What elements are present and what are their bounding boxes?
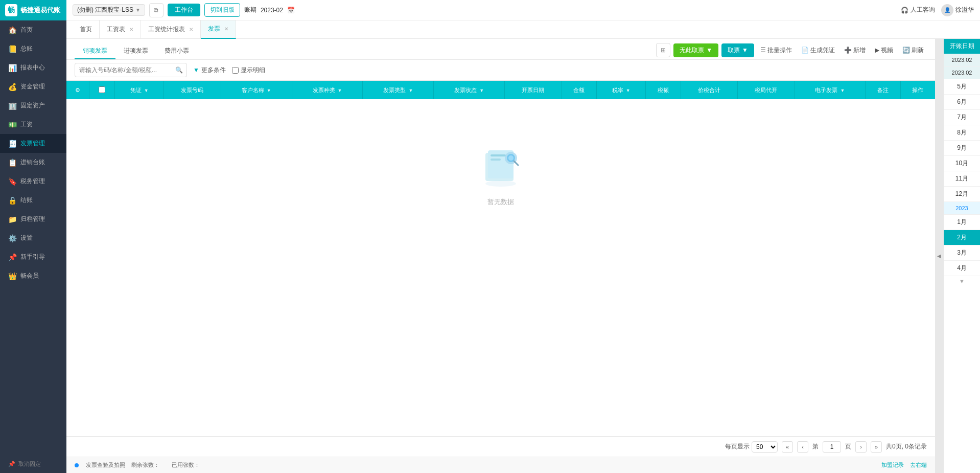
th-customer[interactable]: 客户名称 ▼ <box>221 81 292 99</box>
th-e_invoice[interactable]: 电子发票 ▼ <box>795 81 866 99</box>
sidebar-bottom-btn[interactable]: 📌 取消固定 <box>0 455 66 473</box>
th-checkbox <box>89 81 115 99</box>
date-entry-10[interactable]: 2月 <box>944 230 980 245</box>
period-calendar-icon[interactable]: 📅 <box>287 7 295 14</box>
th-tax_rate[interactable]: 税率 ▼ <box>597 81 646 99</box>
sub-tab-expense[interactable]: 费用小票 <box>156 43 197 59</box>
join-link[interactable]: 加盟记录 <box>881 461 904 469</box>
page-input[interactable] <box>823 441 841 453</box>
th-voucher[interactable]: 凭证 ▼ <box>115 81 164 99</box>
sidebar-item-close[interactable]: 🔒 结账 <box>0 191 66 210</box>
date-entry-7[interactable]: 12月 <box>944 187 980 202</box>
first-page-btn[interactable]: « <box>782 441 793 453</box>
show-detail-check[interactable] <box>232 67 239 74</box>
sidebar-item-home[interactable]: 🏠 首页 <box>0 20 66 39</box>
new-btn[interactable]: ➕ 新增 <box>841 44 869 57</box>
tab-home[interactable]: 首页 <box>73 20 100 39</box>
date-panel-expand[interactable]: ◀ <box>935 39 943 473</box>
sub-tab-expense-label: 费用小票 <box>165 47 189 54</box>
service-btn[interactable]: 🎧 人工客询 <box>901 6 935 14</box>
go-right-link[interactable]: 去右端 <box>910 461 927 469</box>
last-page-btn[interactable]: » <box>871 441 882 453</box>
tab-close-salary[interactable]: ✕ <box>129 27 133 32</box>
date-entry-11[interactable]: 3月 <box>944 245 980 261</box>
refresh-btn[interactable]: 🔄 刷新 <box>899 44 927 57</box>
sidebar-item-tax[interactable]: 🔖 税务管理 <box>0 172 66 191</box>
date-entry-6[interactable]: 11月 <box>944 171 980 187</box>
date-entry-5[interactable]: 10月 <box>944 156 980 171</box>
empty-state: 暂无数据 <box>66 99 935 247</box>
company-name: (勿删) 江西股宝-LSS <box>77 6 133 14</box>
tab-salary-report[interactable]: 工资统计报表✕ <box>141 20 201 39</box>
sub-tab-sales[interactable]: 销项发票 <box>75 43 115 59</box>
empty-icon <box>475 140 526 191</box>
sidebar-item-invoice[interactable]: 🧾 发票管理 <box>0 134 66 153</box>
gen-voucher-btn[interactable]: 📄 生成凭证 <box>798 44 838 57</box>
app-name: 畅捷通易代账 <box>20 6 60 15</box>
select-all-check[interactable] <box>99 86 105 93</box>
reports-icon: 📊 <box>8 64 16 72</box>
copy-icon-btn[interactable]: ⧉ <box>149 3 164 17</box>
period-label: 账期 <box>244 6 256 14</box>
sidebar-item-reports[interactable]: 📊 报表中心 <box>0 58 66 77</box>
sidebar-item-guide[interactable]: 📌 新手引导 <box>0 247 66 266</box>
th-invoice_status[interactable]: 发票状态 ▼ <box>434 81 505 99</box>
sidebar-label-assets: 固定资产 <box>20 101 45 110</box>
unpin-label: 取消固定 <box>18 460 41 468</box>
work-btn[interactable]: 工作台 <box>168 4 200 16</box>
date-entry-0[interactable]: 5月 <box>944 79 980 95</box>
sub-tab-purchase[interactable]: 进项发票 <box>115 43 156 59</box>
page-size-select[interactable]: 50 10 20 100 <box>752 441 778 453</box>
th-invoice_type[interactable]: 发票种类 ▼ <box>292 81 363 99</box>
no-invoice-btn[interactable]: 无此取票 ▼ <box>673 43 718 57</box>
grid-icon-btn[interactable]: ⊞ <box>656 43 670 57</box>
date-scroll-down[interactable]: ▼ <box>944 276 980 286</box>
tab-salary[interactable]: 工资表✕ <box>100 20 141 39</box>
th-invoice_category[interactable]: 发票类型 ▼ <box>363 81 434 99</box>
sidebar-item-funds[interactable]: 💰 资金管理 <box>0 77 66 96</box>
date-entry-8[interactable]: 2023 <box>944 202 980 215</box>
next-page-btn[interactable]: › <box>855 441 867 453</box>
take-ticket-btn[interactable]: 取票 ▼ <box>721 43 754 57</box>
tab-close-salary-report[interactable]: ✕ <box>189 27 193 32</box>
batch-ops-btn[interactable]: ☰ 批量操作 <box>757 44 795 57</box>
th-settings: ⚙ <box>66 81 89 99</box>
company-selector[interactable]: (勿删) 江西股宝-LSS ▼ <box>73 4 145 16</box>
sidebar-label-settings: 设置 <box>20 234 33 242</box>
date-entry-9[interactable]: 1月 <box>944 215 980 230</box>
sidebar-item-settings[interactable]: ⚙️ 设置 <box>0 229 66 247</box>
sidebar-item-assets[interactable]: 🏢 固定资产 <box>0 96 66 115</box>
prev-page-btn[interactable]: ‹ <box>797 441 808 453</box>
tab-label-salary-report: 工资统计报表 <box>148 25 185 34</box>
date-entry-2[interactable]: 7月 <box>944 110 980 125</box>
total-text: 共0页, 0条记录 <box>886 442 927 451</box>
date-entry-1[interactable]: 6月 <box>944 95 980 110</box>
bottom-bar: 发票查验及拍照 剩余张数： 已用张数： 加盟记录 去右端 <box>66 457 935 473</box>
sidebar-item-sales[interactable]: 📋 进销台账 <box>0 153 66 172</box>
sidebar-item-archive[interactable]: 📁 归档管理 <box>0 210 66 229</box>
page-end-label: 页 <box>845 442 851 451</box>
sidebar-label-sales: 进销台账 <box>20 158 45 167</box>
date-panel-header[interactable]: 开账日期 <box>944 39 980 54</box>
date-entry-4[interactable]: 9月 <box>944 141 980 156</box>
date-entry-3[interactable]: 8月 <box>944 125 980 141</box>
tab-close-invoice[interactable]: ✕ <box>224 26 228 32</box>
old-ver-btn[interactable]: 切到旧版 <box>204 3 240 17</box>
user-info[interactable]: 👤 徐溢华 <box>941 4 974 16</box>
video-icon: ▶ <box>875 47 879 54</box>
search-input[interactable] <box>75 63 187 77</box>
date-entry-2023-02-top[interactable]: 2023.02 <box>944 66 980 79</box>
tab-invoice[interactable]: 发票✕ <box>201 20 236 39</box>
date-entry-2023-02-top[interactable]: 2023.02 <box>944 54 980 66</box>
date-entry-12[interactable]: 4月 <box>944 261 980 276</box>
search-wrap: 🔍 <box>75 63 187 77</box>
sidebar-item-member[interactable]: 👑 畅会员 <box>0 266 66 285</box>
sidebar-item-ledger[interactable]: 📒 总账 <box>0 39 66 58</box>
sidebar-item-salary[interactable]: 💵 工资 <box>0 115 66 134</box>
sidebar-label-salary: 工资 <box>20 120 33 129</box>
more-filter-label: 更多条件 <box>201 66 226 75</box>
more-filter-btn[interactable]: ▼ 更多条件 <box>193 66 226 75</box>
show-detail-checkbox[interactable]: 显示明细 <box>232 66 265 75</box>
no-invoice-arrow: ▼ <box>706 47 712 54</box>
video-btn[interactable]: ▶ 视频 <box>872 44 896 57</box>
